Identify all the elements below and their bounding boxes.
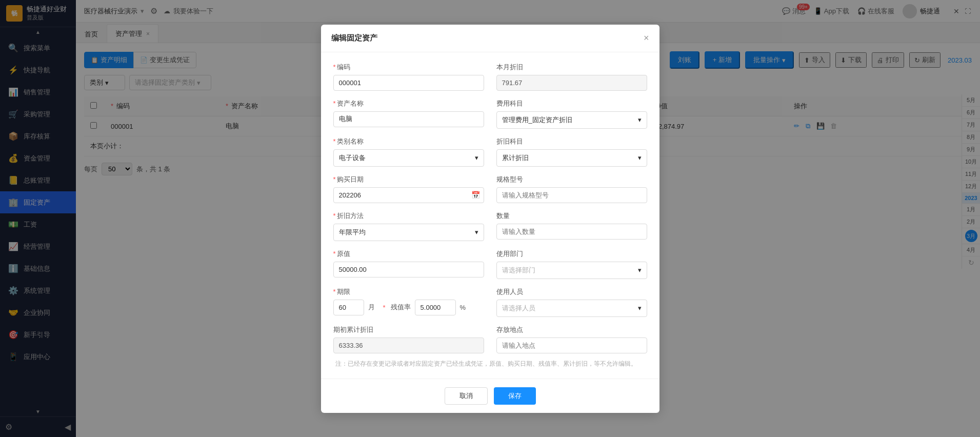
form-item-person: 使用人员 请选择人员 ▾ [496,287,647,317]
department-select[interactable]: 请选择部门 ▾ [496,262,647,279]
form-label-expense-account: 费用科目 [496,99,647,108]
original-value-input[interactable] [333,262,484,277]
dep-account-select[interactable]: 累计折旧 ▾ [496,149,647,167]
calendar-icon[interactable]: 📅 [471,191,480,199]
form-item-code: * 编码 [333,63,484,91]
form-label-code: * 编码 [333,63,484,72]
dep-method-select[interactable]: 年限平均 ▾ [333,224,484,241]
purchase-date-input[interactable] [333,187,484,203]
save-button[interactable]: 保存 [494,387,536,405]
form-label-dep-method: * 折旧方法 [333,211,484,221]
form-label-original-value: * 原值 [333,249,484,259]
period-input[interactable] [333,300,364,315]
form-label-department: 使用部门 [496,249,647,259]
form-item-dep-account: 折旧科目 累计折旧 ▾ [496,137,647,167]
form-label-initial-dep: 期初累计折旧 [333,325,484,334]
modal-header: 编辑固定资产 × [321,25,659,52]
modal-body: * 编码 本月折旧 * 资产名称 [321,52,659,379]
chevron-down-icon: ▾ [475,228,478,236]
asset-name-input[interactable] [333,111,484,127]
note-text: 注：已经存在变更记录或者对应固定资产已经生成凭证，原值、购买日期、残值率、累计折… [333,360,647,368]
form-label-location: 存放地点 [496,325,647,334]
form-label-purchase-date: * 购买日期 [333,175,484,184]
modal-overlay: 编辑固定资产 × * 编码 本月折旧 [0,0,980,437]
chevron-down-icon: ▾ [475,154,478,162]
monthly-dep-input [496,75,647,91]
chevron-down-icon: ▾ [638,266,642,274]
modal-title: 编辑固定资产 [331,33,377,43]
chevron-down-icon: ▾ [638,154,642,162]
location-input[interactable] [496,337,647,353]
form-label-quantity: 数量 [496,211,647,221]
form-item-asset-name: * 资产名称 [333,99,484,129]
form-label-category: * 类别名称 [333,137,484,146]
form-grid: * 编码 本月折旧 * 资产名称 [333,63,647,353]
residual-rate-input[interactable] [415,300,456,315]
form-item-location: 存放地点 [496,325,647,353]
edit-asset-modal: 编辑固定资产 × * 编码 本月折旧 [321,25,659,413]
form-item-original-value: * 原值 [333,249,484,279]
form-item-initial-dep: 期初累计折旧 [333,325,484,353]
form-item-department: 使用部门 请选择部门 ▾ [496,249,647,279]
form-item-category: * 类别名称 电子设备 ▾ [333,137,484,167]
form-label-spec: 规格型号 [496,175,647,184]
form-item-purchase-date: * 购买日期 📅 [333,175,484,203]
form-label-period: * 期限 [333,287,484,296]
form-item-expense-account: 费用科目 管理费用_固定资产折旧 ▾ [496,99,647,129]
spec-input[interactable] [496,187,647,203]
modal-footer: 取消 保存 [321,379,659,413]
form-label-dep-account: 折旧科目 [496,137,647,146]
form-item-period-residual: * 期限 月 * 残值率 % [333,287,484,317]
cancel-button[interactable]: 取消 [445,387,488,405]
form-label-person: 使用人员 [496,287,647,296]
purchase-date-field: 📅 [333,187,484,203]
category-select[interactable]: 电子设备 ▾ [333,149,484,167]
chevron-down-icon: ▾ [638,304,642,312]
expense-account-select[interactable]: 管理费用_固定资产折旧 ▾ [496,111,647,129]
code-input[interactable] [333,75,484,91]
form-item-dep-method: * 折旧方法 年限平均 ▾ [333,211,484,241]
form-item-monthly-dep: 本月折旧 [496,63,647,91]
period-row: 月 * 残值率 % [333,300,484,315]
initial-dep-input [333,337,484,353]
form-item-quantity: 数量 [496,211,647,241]
form-label-monthly-dep: 本月折旧 [496,63,647,72]
modal-close-button[interactable]: × [644,33,649,44]
quantity-input[interactable] [496,224,647,240]
form-item-spec: 规格型号 [496,175,647,203]
person-select[interactable]: 请选择人员 ▾ [496,300,647,317]
form-label-asset-name: * 资产名称 [333,99,484,108]
chevron-down-icon: ▾ [638,116,642,124]
